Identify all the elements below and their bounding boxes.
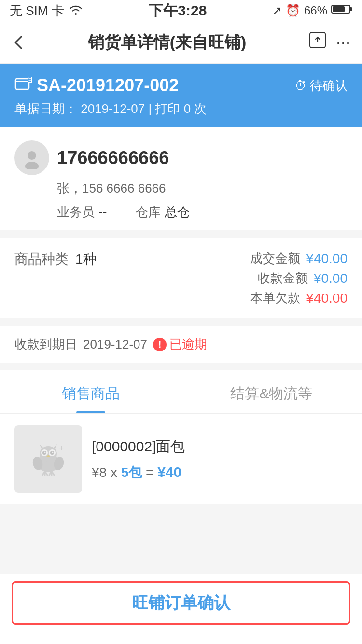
svg-point-7 xyxy=(25,162,39,169)
order-status: ⏱ 待确认 xyxy=(294,77,348,94)
payment-row: 收款金额 ¥0.00 xyxy=(258,270,348,287)
product-image: + xyxy=(14,425,82,493)
svg-text:+: + xyxy=(59,443,64,453)
svg-point-16 xyxy=(44,452,46,453)
customer-meta: 业务员 -- 仓库 总仓 xyxy=(14,204,348,221)
order-id-text: SA-20191207-002 xyxy=(37,75,179,96)
summary-section: 商品种类 1种 成交金额 ¥40.00 收款金额 ¥0.00 本单欠款 ¥40.… xyxy=(0,238,362,318)
product-section: + [0000002]面包 ¥8 x 5包 = ¥40 xyxy=(0,414,362,504)
tab-settlement[interactable]: 结算&物流等 xyxy=(181,370,362,413)
transaction-row: 成交金额 ¥40.00 xyxy=(250,250,348,267)
due-date-value: 2019-12-07 xyxy=(83,337,147,352)
due-date-label: 收款到期日 xyxy=(14,336,77,353)
product-placeholder-icon: + xyxy=(29,442,68,476)
overdue-text: 已逾期 xyxy=(169,336,207,353)
print-info: | 打印 0 次 xyxy=(148,101,207,116)
bottom-bar: 旺铺订单确认 xyxy=(0,574,362,644)
debt-row: 本单欠款 ¥40.00 xyxy=(250,290,348,307)
overdue-badge: ! 已逾期 xyxy=(153,336,207,353)
battery-status: 66% xyxy=(304,4,327,17)
category-label: 商品种类 xyxy=(14,250,69,268)
price-quantity: 5包 xyxy=(121,465,142,480)
tabs-container: 销售商品 结算&物流等 xyxy=(0,370,362,414)
section-divider xyxy=(0,363,362,370)
wifi-icon xyxy=(68,3,84,18)
product-name: [0000002]面包 xyxy=(92,437,348,457)
customer-contact: 张，156 6666 6666 xyxy=(14,180,348,197)
overdue-icon: ! xyxy=(153,338,167,351)
transaction-value: ¥40.00 xyxy=(306,251,348,266)
product-info: [0000002]面包 ¥8 x 5包 = ¥40 xyxy=(92,437,348,482)
tab-sales-label: 销售商品 xyxy=(62,385,120,401)
back-button[interactable] xyxy=(12,32,25,53)
svg-marker-11 xyxy=(53,444,57,449)
order-id: SA-20191207-002 xyxy=(14,75,179,96)
staff-label: 业务员 xyxy=(57,204,95,221)
order-date: 单据日期： 2019-12-07 | 打印 0 次 xyxy=(14,100,348,117)
svg-rect-1 xyxy=(350,7,352,11)
date-label: 单据日期： xyxy=(14,101,77,116)
nav-bar: 销货单详情(来自旺铺) ··· xyxy=(0,21,362,64)
price-total: ¥40 xyxy=(157,464,181,480)
warehouse-label: 仓库 xyxy=(136,204,161,221)
transaction-label: 成交金额 xyxy=(250,250,300,267)
svg-point-17 xyxy=(52,452,54,453)
payment-label: 收款金额 xyxy=(258,270,308,287)
status-bar-right: ↗ ⏰ 66% xyxy=(272,4,352,17)
customer-avatar xyxy=(14,140,49,175)
product-price-row: ¥8 x 5包 = ¥40 xyxy=(92,463,348,482)
page-title: 销货单详情(来自旺铺) xyxy=(88,31,247,54)
clock-icon: ⏱ xyxy=(294,78,307,93)
price-unit: ¥8 x xyxy=(92,465,121,480)
svg-rect-5 xyxy=(28,77,32,83)
date-value: 2019-12-07 xyxy=(81,101,145,116)
svg-point-6 xyxy=(28,151,36,160)
category-value: 1种 xyxy=(75,250,97,268)
tab-sales-products[interactable]: 销售商品 xyxy=(0,370,181,413)
share-icon[interactable] xyxy=(309,31,326,53)
status-bar-left: 无 SIM 卡 xyxy=(10,2,84,19)
svg-rect-2 xyxy=(333,6,345,12)
payment-value: ¥0.00 xyxy=(314,271,348,286)
alarm-icon: ⏰ xyxy=(286,4,300,17)
svg-marker-10 xyxy=(40,444,43,449)
order-icon xyxy=(14,76,32,95)
warehouse-value: 总仓 xyxy=(165,204,190,221)
svg-rect-4 xyxy=(15,79,29,89)
amounts-info: 成交金额 ¥40.00 收款金额 ¥0.00 本单欠款 ¥40.00 xyxy=(250,250,348,307)
category-info: 商品种类 1种 xyxy=(14,250,97,268)
debt-label: 本单欠款 xyxy=(250,290,300,307)
price-equals: = xyxy=(142,465,157,480)
customer-phone: 17666666666 xyxy=(57,148,169,168)
nav-actions: ··· xyxy=(309,31,350,53)
status-bar: 无 SIM 卡 下午3:28 ↗ ⏰ 66% xyxy=(0,0,362,21)
status-bar-time: 下午3:28 xyxy=(149,1,207,21)
staff-value: -- xyxy=(98,205,107,220)
product-item: + [0000002]面包 ¥8 x 5包 = ¥40 xyxy=(14,425,348,493)
customer-section: 17666666666 张，156 6666 6666 业务员 -- 仓库 总仓 xyxy=(0,127,362,230)
due-date-section: 收款到期日 2019-12-07 ! 已逾期 xyxy=(0,326,362,363)
staff-info: 业务员 -- xyxy=(57,204,107,221)
more-icon[interactable]: ··· xyxy=(336,32,350,53)
status-text: 待确认 xyxy=(310,77,348,94)
warehouse-info: 仓库 总仓 xyxy=(136,204,190,221)
tab-settlement-label: 结算&物流等 xyxy=(230,385,312,401)
header-card: SA-20191207-002 ⏱ 待确认 单据日期： 2019-12-07 |… xyxy=(0,64,362,127)
location-icon: ↗ xyxy=(272,4,282,17)
debt-value: ¥40.00 xyxy=(306,291,348,306)
confirm-order-button[interactable]: 旺铺订单确认 xyxy=(12,581,350,625)
sim-status: 无 SIM 卡 xyxy=(10,2,64,19)
battery-icon xyxy=(331,4,352,17)
